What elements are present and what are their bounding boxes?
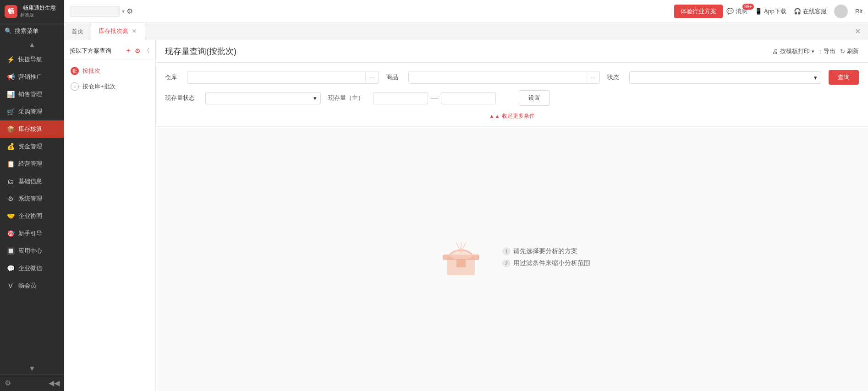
member-icon: V <box>6 282 15 290</box>
search-menu[interactable]: 🔍 搜索菜单 <box>0 23 64 39</box>
sidebar-item-operations[interactable]: 📋 经营管理 <box>0 155 64 173</box>
refresh-icon: ↻ <box>840 48 845 55</box>
inventory-qty-field: 现存量（主） — <box>328 92 511 104</box>
dash-separator: — <box>428 94 441 102</box>
workspace-tools: 🖨 按模板打印 ▾ ↑ 导出 ↻ 刷新 <box>772 47 859 55</box>
online-service-button[interactable]: 🎧 在线客服 <box>794 7 827 16</box>
query-button[interactable]: 查询 <box>829 70 859 85</box>
warehouse-suffix[interactable]: ··· <box>365 71 379 83</box>
headset-icon: 🎧 <box>794 8 801 15</box>
tab-close-icon[interactable]: ✕ <box>131 27 137 35</box>
tab-batch[interactable]: 库存批次账 ✕ <box>91 23 145 40</box>
sidebar-header: 畅 畅康通好生意 标准版 <box>0 0 64 23</box>
message-button[interactable]: 💬 消息 99+ <box>726 7 747 16</box>
breadcrumb-chevron-icon[interactable]: ▾ <box>122 8 125 15</box>
empty-illustration-svg <box>434 232 489 287</box>
sidebar-item-wechat[interactable]: 💬 企业微信 <box>0 260 64 277</box>
sidebar-item-guide[interactable]: 🎯 新手引导 <box>0 225 64 242</box>
filter-add-button[interactable]: ＋ <box>125 46 132 55</box>
scroll-down-button[interactable]: ▼ <box>27 363 38 375</box>
app-icon: 📱 <box>755 8 762 15</box>
warehouse-field: 仓库 ··· <box>165 71 379 84</box>
product-suffix[interactable]: ··· <box>587 71 600 83</box>
inventory-qty-label: 现存量（主） <box>328 94 369 102</box>
sidebar-nav: ⚡ 快捷导航 📢 营销推广 📊 销售管理 🛒 采购管理 📦 库存核算 💰 资金管… <box>0 51 64 363</box>
filter-title: 按以下方案查询 <box>70 47 111 55</box>
svg-rect-3 <box>456 259 466 267</box>
user-avatar[interactable] <box>834 5 848 18</box>
warehouse-input[interactable] <box>187 72 365 83</box>
sidebar-item-sales[interactable]: 📊 销售管理 <box>0 86 64 103</box>
filter-panel: 按以下方案查询 ＋ ⚙ 《 批 按批次 ○ 按仓库+批次 <box>64 40 156 391</box>
tabbar: 首页 库存批次账 ✕ ✕ <box>64 23 868 40</box>
filter-item-warehouse-batch[interactable]: ○ 按仓库+批次 <box>64 79 155 94</box>
workspace-header: 现存量查询(按批次) 🖨 按模板打印 ▾ ↑ 导出 ↻ 刷新 <box>156 40 868 63</box>
svg-line-7 <box>463 243 466 248</box>
topbar: ▾ ⚙ 体验行业方案 💬 消息 99+ 📱 App下载 🎧 在线客服 Rit <box>64 0 868 23</box>
sidebar-item-quicknav[interactable]: ⚡ 快捷导航 <box>0 51 64 68</box>
sidebar-item-member[interactable]: V 畅会员 <box>0 277 64 294</box>
message-icon: 💬 <box>726 8 734 15</box>
username-label[interactable]: Rit <box>855 8 863 15</box>
product-input-group[interactable]: ··· <box>408 71 600 84</box>
basic-icon: 🗂 <box>6 177 15 185</box>
sidebar-item-apps[interactable]: 🔲 应用中心 <box>0 242 64 260</box>
workspace: 现存量查询(按批次) 🖨 按模板打印 ▾ ↑ 导出 ↻ 刷新 <box>156 40 868 391</box>
experience-btn[interactable]: 体验行业方案 <box>674 5 723 18</box>
form-row-1: 仓库 ··· 商品 ··· 状态 <box>165 70 859 85</box>
tabbar-close-icon[interactable]: ✕ <box>855 27 861 36</box>
scroll-up-button[interactable]: ▲ <box>27 39 38 51</box>
filter-settings-button[interactable]: ⚙ <box>135 47 141 54</box>
sidebar-item-purchase[interactable]: 🛒 采购管理 <box>0 103 64 120</box>
inventory-qty-max-input[interactable] <box>441 92 496 104</box>
topbar-gear-icon[interactable]: ⚙ <box>126 7 133 16</box>
empty-hint-2: 2 用过滤条件来缩小分析范围 <box>502 259 590 267</box>
print-chevron-icon[interactable]: ▾ <box>812 49 814 54</box>
warehouse-input-group[interactable]: ··· <box>187 71 379 84</box>
filter-header: 按以下方案查询 ＋ ⚙ 《 <box>64 40 155 60</box>
sidebar-footer: ⚙ ◀◀ <box>0 375 64 391</box>
scroll-down-area: ▼ <box>0 363 64 375</box>
refresh-button[interactable]: ↻ 刷新 <box>840 47 859 55</box>
collapse-sidebar-button[interactable]: ◀◀ <box>49 379 60 387</box>
settings-button[interactable]: 设置 <box>519 90 550 106</box>
sidebar-item-inventory[interactable]: 📦 库存核算 <box>0 120 64 138</box>
filter-collapse-button[interactable]: 《 <box>143 47 150 55</box>
collapse-row[interactable]: ▲▲ 收起更多条件 <box>165 109 859 123</box>
wechat-icon: 💬 <box>6 264 15 272</box>
sidebar: 畅 畅康通好生意 标准版 🔍 搜索菜单 ▲ ⚡ 快捷导航 📢 营销推广 📊 销售… <box>0 0 64 391</box>
filter-item-batch[interactable]: 批 按批次 <box>64 63 155 79</box>
product-label: 商品 <box>386 73 405 81</box>
warehouse-label: 仓库 <box>165 73 183 81</box>
print-button[interactable]: 🖨 按模板打印 ▾ <box>772 47 814 55</box>
export-button[interactable]: ↑ 导出 <box>819 47 836 55</box>
sidebar-item-collab[interactable]: 🤝 企业协同 <box>0 207 64 225</box>
app-download-button[interactable]: 📱 App下载 <box>755 7 786 16</box>
finance-icon: 💰 <box>6 142 15 151</box>
svg-point-4 <box>458 247 464 253</box>
inventory-icon: 📦 <box>6 125 15 133</box>
operations-icon: 📋 <box>6 160 15 168</box>
inventory-qty-min-input[interactable] <box>373 92 428 104</box>
status-chevron-icon: ▾ <box>814 74 817 81</box>
form-row-2: 现存量状态 ▾ 现存量（主） — 设置 <box>165 90 859 106</box>
status-select[interactable]: ▾ <box>629 71 821 84</box>
inventory-status-select[interactable]: ▾ <box>205 92 321 104</box>
filter-actions: ＋ ⚙ 《 <box>125 46 150 55</box>
empty-illustration <box>434 232 489 287</box>
sidebar-item-basic[interactable]: 🗂 基础信息 <box>0 173 64 190</box>
guide-icon: 🎯 <box>6 229 15 238</box>
scroll-up-area: ▲ <box>0 39 64 51</box>
app-logo: 畅 <box>5 5 17 18</box>
main-area: ▾ ⚙ 体验行业方案 💬 消息 99+ 📱 App下载 🎧 在线客服 Rit 首 <box>64 0 868 391</box>
sidebar-item-finance[interactable]: 💰 资金管理 <box>0 138 64 155</box>
inventory-status-field: 现存量状态 ▾ <box>165 92 321 104</box>
product-input[interactable] <box>409 72 587 83</box>
sidebar-item-system[interactable]: ⚙ 系统管理 <box>0 190 64 207</box>
search-input[interactable] <box>70 6 120 17</box>
page-title: 现存量查询(按批次) <box>165 46 236 57</box>
sidebar-item-marketing[interactable]: 📢 营销推广 <box>0 68 64 86</box>
settings-footer-icon[interactable]: ⚙ <box>5 379 11 387</box>
collapse-up-icon: ▲▲ <box>489 113 500 119</box>
tab-home[interactable]: 首页 <box>64 23 91 40</box>
